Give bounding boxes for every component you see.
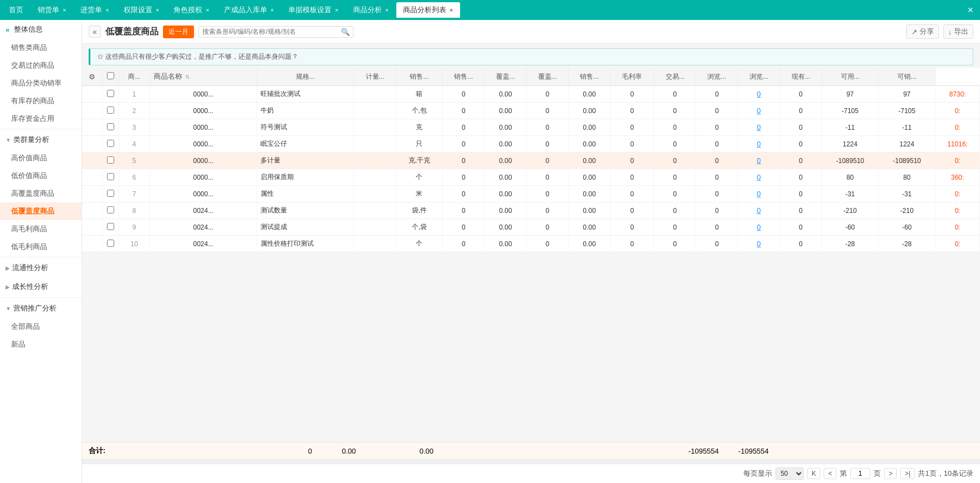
share-button[interactable]: ↗ 分享 <box>906 24 939 39</box>
view-count1-link[interactable]: 0 <box>757 90 760 98</box>
select-all-checkbox[interactable] <box>107 72 114 79</box>
col-sale-qty[interactable]: 销售... <box>396 68 442 86</box>
tab-template-settings-label: 单据模板设置 <box>288 5 331 15</box>
sidebar-item-traded-goods[interactable]: 交易过的商品 <box>0 57 81 74</box>
row-checkbox[interactable] <box>107 90 114 97</box>
page-size-select[interactable]: 50 100 200 <box>775 467 804 480</box>
row-checkbox[interactable] <box>107 206 114 213</box>
view-count1-link[interactable]: 0 <box>757 223 760 231</box>
first-page-button[interactable]: K <box>807 468 820 479</box>
view-count1-link[interactable]: 0 <box>757 140 760 148</box>
settings-icon[interactable]: ⚙ <box>89 73 95 81</box>
tab-template-settings[interactable]: 单据模板设置 × <box>282 2 345 18</box>
col-sale-amt[interactable]: 销售... <box>443 68 485 86</box>
col-cover2[interactable]: 覆盖... <box>527 68 569 86</box>
horizontal-scrollbar[interactable] <box>82 459 980 464</box>
tab-sales-order[interactable]: 销货单 × <box>31 2 73 18</box>
cell-sale-qty: 0 <box>443 236 485 252</box>
sidebar-item-new-goods[interactable]: 新品 <box>0 335 81 353</box>
col-checkbox[interactable] <box>102 68 119 86</box>
col-current-qty[interactable]: 现有... <box>780 68 822 86</box>
close-icon[interactable]: × <box>206 7 209 13</box>
sidebar-item-category-sale-rate[interactable]: 商品分类动销率 <box>0 74 81 92</box>
sidebar-item-all-goods[interactable]: 全部商品 <box>0 318 81 335</box>
sidebar-collapse-button[interactable]: « <box>89 26 101 38</box>
tab-goods-analysis-list[interactable]: 商品分析列表 × <box>396 2 460 18</box>
page-number-input[interactable] <box>850 468 870 479</box>
next-page-button[interactable]: > <box>884 468 897 479</box>
tab-permission-settings[interactable]: 权限设置 × <box>117 2 166 18</box>
sidebar-section-liquidity[interactable]: ▶ 流通性分析 <box>0 258 81 277</box>
view-count1-link[interactable]: 0 <box>757 206 760 215</box>
col-gross-rate[interactable]: 毛利率 <box>610 68 654 86</box>
table-wrapper[interactable]: ⚙ 商... 商品名称 ⇅ 规格... 计量... 销售... 销售... 覆盖… <box>82 68 980 442</box>
row-checkbox[interactable] <box>107 223 114 230</box>
col-spec[interactable]: 规格... <box>257 68 354 86</box>
view-count1-link[interactable]: 0 <box>757 173 760 181</box>
col-available-qty[interactable]: 可用... <box>821 68 879 86</box>
sidebar-item-low-value[interactable]: 低价值商品 <box>0 167 81 185</box>
sidebar-section-marketing[interactable]: ▼ 营销推广分析 <box>0 299 81 318</box>
cell-view1: 0 <box>738 169 780 186</box>
row-checkbox[interactable] <box>107 190 114 197</box>
prev-page-button[interactable]: < <box>824 468 836 479</box>
cell-saleable-qty: 360: <box>935 169 979 186</box>
row-checkbox[interactable] <box>107 106 114 114</box>
col-settings[interactable]: ⚙ <box>82 68 102 86</box>
col-trade-count[interactable]: 交易... <box>654 68 696 86</box>
view-count1-link[interactable]: 0 <box>757 106 760 115</box>
close-icon[interactable]: × <box>156 7 159 13</box>
row-checkbox[interactable] <box>107 123 114 130</box>
sidebar-section-cluster[interactable]: ▼ 类群量分析 <box>0 130 81 149</box>
close-icon[interactable]: × <box>450 7 453 13</box>
col-name[interactable]: 商品名称 ⇅ <box>150 68 257 86</box>
close-icon[interactable]: × <box>105 7 109 13</box>
sidebar-item-high-value[interactable]: 高价值商品 <box>0 149 81 167</box>
cell-code: 0024... <box>150 202 257 219</box>
col-view2[interactable]: 浏览... <box>738 68 780 86</box>
cell-current-qty: -210 <box>821 202 879 219</box>
view-count1-link[interactable]: 0 <box>757 190 760 198</box>
sidebar-item-high-margin[interactable]: 高毛利商品 <box>0 220 81 238</box>
sidebar-section-growth[interactable]: ▶ 成长性分析 <box>0 277 81 296</box>
sidebar-item-inventory-capital[interactable]: 库存资金占用 <box>0 110 81 128</box>
col-saleable-qty[interactable]: 可销... <box>879 68 936 86</box>
col-cover1[interactable]: 覆盖... <box>484 68 527 86</box>
tab-product-inbound[interactable]: 产成品入库单 × <box>217 2 280 18</box>
last-page-button[interactable]: >| <box>900 468 915 479</box>
sidebar-item-high-coverage[interactable]: 高覆盖度商品 <box>0 185 81 202</box>
col-view1[interactable]: 浏览... <box>696 68 738 86</box>
search-input[interactable] <box>202 28 339 35</box>
cell-available-qty: 1224 <box>879 136 936 152</box>
sidebar-collapse-icon[interactable]: « <box>6 26 9 34</box>
close-icon[interactable]: × <box>335 7 338 13</box>
export-button[interactable]: ↓ 导出 <box>943 24 974 39</box>
sidebar-item-in-stock-goods[interactable]: 有库存的商品 <box>0 92 81 110</box>
close-all-button[interactable]: × <box>963 4 978 16</box>
tab-home[interactable]: 首页 <box>2 2 30 18</box>
tab-purchase-order[interactable]: 进货单 × <box>74 2 115 18</box>
date-filter-button[interactable]: 近一月 <box>163 26 194 38</box>
row-checkbox[interactable] <box>107 240 114 247</box>
sidebar-item-low-margin[interactable]: 低毛利商品 <box>0 238 81 256</box>
sidebar-section-overall[interactable]: « 整体信息 <box>0 20 81 39</box>
row-checkbox[interactable] <box>107 156 114 164</box>
col-unit[interactable]: 计量... <box>354 68 396 86</box>
tab-goods-analysis[interactable]: 商品分析 × <box>346 2 395 18</box>
col-sale-stat[interactable]: 销售... <box>568 68 610 86</box>
close-icon[interactable]: × <box>385 7 389 13</box>
row-checkbox[interactable] <box>107 173 114 180</box>
tab-role-auth[interactable]: 角色授权 × <box>167 2 216 18</box>
view-count1-link[interactable]: 0 <box>757 240 760 248</box>
row-checkbox[interactable] <box>107 140 114 147</box>
close-icon[interactable]: × <box>270 7 274 13</box>
cell-available-qty: -28 <box>879 236 936 252</box>
close-icon[interactable]: × <box>63 7 66 13</box>
cell-code: 0000... <box>150 86 257 103</box>
view-count1-link[interactable]: 0 <box>757 156 760 165</box>
cell-checkbox <box>102 202 119 219</box>
view-count1-link[interactable]: 0 <box>757 123 760 131</box>
sidebar-item-sales-goods[interactable]: 销售类商品 <box>0 39 81 57</box>
col-code[interactable]: 商... <box>119 68 150 86</box>
sidebar-item-low-coverage[interactable]: 低覆盖度商品 <box>0 202 81 220</box>
